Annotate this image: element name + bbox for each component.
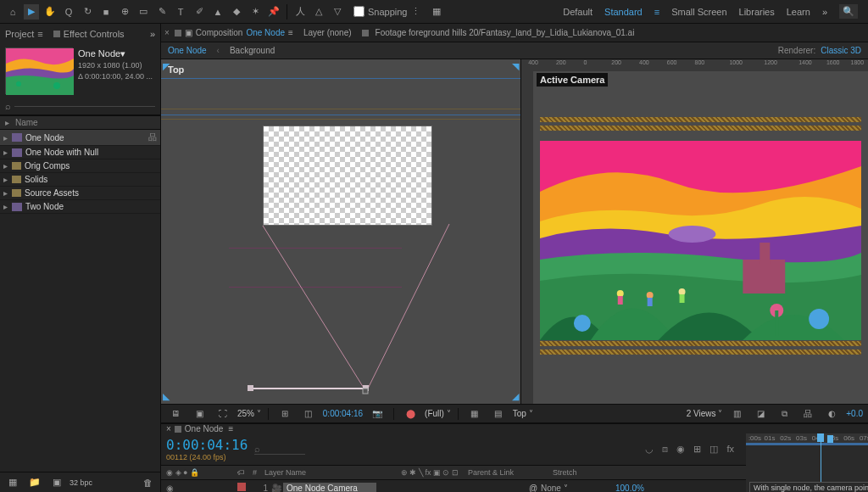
layer-name[interactable]: One Node Camera	[283, 483, 376, 493]
guides-icon[interactable]: ▤	[491, 406, 506, 422]
reset-exposure-icon[interactable]: ◐	[824, 406, 839, 422]
effect-controls-tab[interactable]: Effect Controls	[64, 29, 125, 39]
pen-tool-icon[interactable]: ✎	[154, 4, 170, 20]
fill-icon[interactable]: ▦	[429, 4, 444, 20]
eraser-tool-icon[interactable]: ◆	[229, 4, 244, 20]
view-dropdown[interactable]: Top ˅	[513, 409, 533, 418]
viewport-active-camera[interactable]: 400200020040060080010001200140016001800 …	[521, 59, 868, 404]
selection-tool-icon[interactable]: ▶	[24, 4, 39, 20]
bpc-toggle[interactable]: 32 bpc	[70, 478, 92, 487]
layer-tab[interactable]: Layer (none)	[298, 28, 357, 37]
zoom-tool-icon[interactable]: Q	[61, 4, 76, 20]
flowchart-icon[interactable]: 品	[800, 406, 815, 422]
workspace-libraries[interactable]: Libraries	[739, 7, 775, 17]
project-menu-icon[interactable]: ≡	[37, 29, 42, 39]
project-tab[interactable]: Project	[5, 29, 34, 39]
axis-world-icon[interactable]: △	[311, 4, 326, 20]
tl-menu-icon[interactable]: ≡	[228, 424, 233, 433]
home-icon[interactable]: ⌂	[5, 4, 20, 20]
workspace-menu-icon[interactable]: ≡	[654, 7, 659, 17]
viewport-top[interactable]: Top ◤	[161, 59, 521, 404]
exposure-value[interactable]: +0.0	[846, 409, 863, 418]
orbit-tool-icon[interactable]: ↻	[80, 4, 95, 20]
layer-name-header[interactable]: Layer Name	[264, 468, 392, 477]
timeline-track-area[interactable]: :00s 01s 02s 03s 04s 05s 06s 07s With	[746, 433, 868, 492]
new-comp-icon[interactable]: ▣	[49, 475, 64, 490]
layer-row[interactable]: ◉ 1 🎥 One Node Camera @ None ˅ 100.0%	[161, 480, 746, 492]
parent-dropdown[interactable]: None ˅	[541, 484, 609, 493]
tl-search-input[interactable]: ⌕	[254, 444, 305, 455]
puppet-tool-icon[interactable]: 📌	[266, 4, 281, 20]
tab-menu-icon[interactable]: ≡	[288, 28, 293, 37]
snapping-checkbox[interactable]	[353, 6, 364, 17]
comp-marker[interactable]	[827, 435, 833, 443]
shy-icon[interactable]: ◡	[645, 444, 654, 456]
pan-behind-tool-icon[interactable]: ⊕	[117, 4, 132, 20]
search-icon[interactable]: 🔍	[839, 4, 858, 19]
current-timecode[interactable]: 0:00:04:16	[166, 437, 248, 453]
frame-blend-icon[interactable]: ⧈	[662, 444, 668, 456]
hand-tool-icon[interactable]: ✋	[42, 4, 58, 20]
name-column-header[interactable]: Name	[15, 118, 38, 127]
timeline-icon[interactable]: ⧉	[776, 406, 792, 422]
asset-row[interactable]: ▸Orig Comps	[0, 159, 160, 173]
stretch-value[interactable]: 100.0%	[615, 484, 644, 493]
roto-tool-icon[interactable]: ✶	[248, 4, 263, 20]
channel-icon[interactable]: ⬤	[403, 406, 418, 422]
grid-icon[interactable]: ▦	[467, 406, 482, 422]
asset-row[interactable]: ▸One Node品	[0, 130, 160, 146]
timeline-tab[interactable]: One Node	[185, 424, 224, 433]
transparency-grid-icon[interactable]: ⛶	[215, 406, 231, 422]
quality-dropdown[interactable]: (Full) ˅	[425, 409, 451, 418]
parent-header[interactable]: Parent & Link	[468, 468, 553, 477]
clone-tool-icon[interactable]: ▲	[210, 4, 225, 20]
axis-view-icon[interactable]: ▽	[330, 4, 345, 20]
workspace-more-icon[interactable]: »	[822, 7, 827, 17]
renderer-value[interactable]: Classic 3D	[821, 46, 861, 55]
workspace-small[interactable]: Small Screen	[671, 7, 726, 17]
pixel-aspect-icon[interactable]: ▥	[729, 406, 744, 422]
type-tool-icon[interactable]: T	[173, 4, 188, 20]
always-preview-icon[interactable]: 🖥	[168, 406, 183, 422]
timeline-ruler[interactable]: :00s 01s 02s 03s 04s 05s 06s 07s	[746, 433, 868, 445]
roi-icon[interactable]: ◫	[301, 406, 316, 422]
shape-tool-icon[interactable]: ▭	[136, 4, 151, 20]
brush-tool-icon[interactable]: ✐	[192, 4, 207, 20]
current-time[interactable]: 0:00:04:16	[323, 409, 363, 418]
comp-thumbnail[interactable]	[5, 48, 73, 94]
workspace-default[interactable]: Default	[563, 7, 593, 17]
expand-all-icon[interactable]: ▸	[5, 118, 15, 127]
snapshot-icon[interactable]: 📷	[370, 406, 385, 422]
new-folder-icon[interactable]: 📁	[27, 475, 42, 490]
views-dropdown[interactable]: 2 Views ˅	[687, 409, 723, 418]
breadcrumb-background[interactable]: Background	[230, 46, 275, 55]
draft3d-icon[interactable]: ◫	[709, 444, 718, 456]
panel-overflow-icon[interactable]: »	[150, 29, 155, 39]
asset-row[interactable]: ▸One Node with Null	[0, 146, 160, 159]
expression-icon[interactable]: fx	[726, 444, 734, 456]
search-input[interactable]	[14, 106, 155, 107]
resolution-icon[interactable]: ⊞	[277, 406, 292, 422]
breadcrumb-current[interactable]: One Node	[168, 46, 207, 55]
interpret-footage-icon[interactable]: ▦	[5, 475, 20, 490]
composition-tab[interactable]: ▣ Composition One Node ≡	[170, 28, 298, 37]
magnify-icon[interactable]: ▣	[192, 406, 207, 422]
axis-local-icon[interactable]: 人	[292, 4, 308, 20]
snapping-toggle[interactable]: Snapping ⋮	[353, 6, 420, 17]
graph-editor-icon[interactable]: ⊞	[693, 444, 701, 456]
motion-blur-icon[interactable]: ◉	[676, 444, 685, 456]
camera-tool-icon[interactable]: ■	[98, 4, 114, 20]
asset-row[interactable]: ▸Source Assets	[0, 187, 160, 200]
search-icon[interactable]: ⌕	[5, 101, 11, 111]
trash-icon[interactable]: 🗑	[140, 475, 155, 490]
zoom-dropdown[interactable]: 25% ˅	[237, 409, 261, 418]
workspace-learn[interactable]: Learn	[787, 7, 810, 17]
fast-previews-icon[interactable]: ◪	[753, 406, 768, 422]
tl-close-icon[interactable]: ×	[166, 424, 171, 433]
workspace-standard[interactable]: Standard	[604, 7, 643, 17]
asset-row[interactable]: ▸Solids	[0, 173, 160, 187]
playhead-handle[interactable]	[817, 433, 824, 442]
pickwhip-icon[interactable]: @	[529, 484, 541, 493]
asset-row[interactable]: ▸Two Node	[0, 200, 160, 214]
footage-tab[interactable]: Footage foreground hills 20/Fantasy_land…	[357, 28, 640, 37]
